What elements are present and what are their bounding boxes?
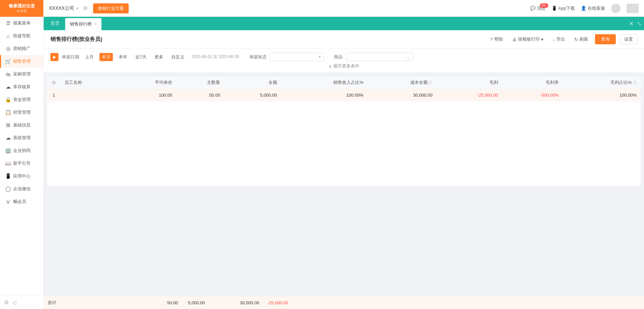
sidebar-item-label: 资金管理 (13, 97, 31, 103)
company-selector[interactable]: XXXXX公司 ▾ (49, 5, 78, 11)
service-icon: 👤 (581, 6, 586, 11)
sidebar-item-quick-nav[interactable]: ⌂ 快捷导航 (0, 30, 43, 42)
topbar-gear-icon[interactable]: ⚙ (83, 5, 88, 11)
tabbar-right: ✕ ⤡ (629, 20, 644, 27)
sidebar-item-purchase[interactable]: 🛍 采购管理 (0, 68, 43, 81)
cell-cost-total: 30,000.00 (368, 89, 436, 101)
cell-gross-rate: -500.00% (502, 89, 563, 101)
query-btn[interactable]: 查询 (595, 34, 616, 44)
col-sales-pct: 销售收入占比% (281, 76, 368, 89)
msg-badge: 99+ (540, 3, 548, 8)
avatar[interactable] (611, 4, 620, 13)
status-select-value (273, 54, 274, 59)
refresh-btn[interactable]: ↻ 刷新 (572, 35, 591, 44)
refresh-label: 刷新 (579, 36, 588, 42)
sidebar-item-label: 基础信息 (13, 122, 31, 128)
sidebar-bottom: ⚙ ◁ (0, 296, 43, 309)
sidebar-item-label: 畅会员 (13, 199, 26, 205)
date-btn-more[interactable]: 更多 (152, 53, 166, 61)
sidebar-item-finance[interactable]: 🔒 资金管理 (0, 93, 43, 106)
sidebar-item-system[interactable]: ☁ 系统管理 (0, 132, 43, 144)
guide-icon: 📖 (5, 160, 11, 166)
sidebar-item-label: 企业微信 (13, 186, 31, 192)
sidebar-item-label: 应用中心 (13, 173, 31, 179)
sidebar-item-wechat[interactable]: ◯ 企业微信 (0, 183, 43, 195)
sidebar-item-sales[interactable]: 🛒 销售管理 (0, 55, 43, 68)
footer-main-qty: 50.00 (155, 300, 182, 305)
status-select[interactable]: ▾ (270, 53, 324, 61)
marketing-icon: ◎ (5, 46, 11, 52)
date-btn-7days[interactable]: 近7天 (133, 53, 149, 61)
cell-employee (60, 89, 118, 101)
cell-index: 1 (47, 89, 60, 101)
finance-icon: 🔒 (5, 97, 11, 103)
export-label: 导出 (556, 36, 565, 42)
user-name-area[interactable] (627, 4, 639, 13)
inventory-icon: ☁ (5, 84, 11, 90)
sidebar-item-inventory[interactable]: ☁ 库存核算 (0, 81, 43, 93)
app-center-icon: 📱 (5, 173, 11, 179)
col-gross-rate: 毛利率 (502, 76, 563, 89)
export-btn[interactable]: ↓ 导出 (550, 35, 568, 44)
sidebar-item-basic-info[interactable]: ⊞ 基础信息 (0, 119, 43, 132)
expand-down-icon: ∨ (329, 64, 332, 69)
table-row: 1 100.00 50.00 5,000.00 100.00% 30,000.0… (47, 89, 641, 101)
col-total: 全额 (224, 76, 281, 89)
logo-title: 畅康通好生意 (9, 3, 35, 9)
setting-btn[interactable]: 设置 (620, 34, 637, 44)
tab-close-window-icon[interactable]: ✕ (629, 20, 634, 27)
status-filter-label: 单据状态 (249, 54, 267, 60)
tab-home[interactable]: 首页 (45, 17, 65, 30)
cell-total: 5,000.00 (224, 89, 281, 101)
sidebar-item-guide[interactable]: 📖 新手引导 (0, 157, 43, 170)
print-btn[interactable]: 🖨 按模板打印 ▾ (510, 35, 546, 44)
basic-info-icon: ⊞ (5, 122, 11, 128)
system-icon: ☁ (5, 135, 11, 141)
sidebar-item-label: 采购管理 (13, 71, 31, 77)
tab-sales-ranking[interactable]: 销售排行榜 × (65, 18, 101, 30)
data-table-wrap: ⚙ 员工名称 平均单价 主数量 全额 销售收入占比% 成本全额 ⓘ 毛利 毛利率 (47, 76, 641, 186)
help-icon: ? (490, 37, 492, 42)
msg-btn[interactable]: 💬 消息 99+ (530, 5, 546, 11)
col-employee: 员工名称 (60, 76, 118, 89)
trial-btn[interactable]: 体验行业方案 (93, 3, 129, 13)
topbar: XXXXX公司 ▾ ⚙ 体验行业方案 💬 消息 99+ 📱 App下载 👤 在线… (44, 0, 644, 17)
logo-subtitle: 标准版 (17, 9, 27, 13)
service-btn[interactable]: 👤 在线客服 (581, 5, 605, 11)
date-btn-this-month[interactable]: 本月 (99, 53, 113, 61)
sidebar-item-search-order[interactable]: ☰ 搜索菜单 (0, 17, 43, 30)
sidebar-item-member[interactable]: V 畅会员 (0, 195, 43, 208)
company-name: XXXXX公司 (49, 5, 74, 11)
col-settings-icon[interactable]: ⚙ (52, 80, 56, 85)
col-main-qty: 主数量 (176, 76, 224, 89)
help-btn[interactable]: ? 帮助 (487, 35, 505, 44)
expand-btn[interactable]: ∨ 展开更多条件 (329, 63, 359, 69)
sidebar-item-app-center[interactable]: 📱 应用中心 (0, 170, 43, 183)
col-avg-price: 平均单价 (118, 76, 176, 89)
print-icon: 🖨 (512, 37, 517, 42)
date-btn-custom[interactable]: 自定义 (169, 53, 187, 61)
app-download-btn[interactable]: 📱 App下载 (552, 5, 575, 11)
expand-label: 展开更多条件 (333, 63, 359, 69)
date-btn-last-month[interactable]: 上月 (83, 53, 96, 61)
filter-area: ▶ 单据日期 上月 本月 本年 近7天 更多 自定义 2023-06-01 至 … (44, 49, 644, 73)
tabbar: 首页 销售排行榜 × ✕ ⤡ (44, 17, 644, 30)
main-area: XXXXX公司 ▾ ⚙ 体验行业方案 💬 消息 99+ 📱 App下载 👤 在线… (44, 0, 644, 309)
col-gross-pct: 毛利占比% ⓘ (563, 76, 641, 89)
sidebar-item-marketing[interactable]: ◎ 营销推广 (0, 42, 43, 55)
col-cost-total: 成本全额 ⓘ (368, 76, 436, 89)
goods-more-icon: ... (406, 54, 410, 59)
date-btn-this-year[interactable]: 本年 (116, 53, 130, 61)
tab-close-icon[interactable]: × (94, 22, 97, 27)
status-dropdown-icon: ▾ (319, 55, 321, 59)
goods-select[interactable]: ... (346, 53, 413, 61)
goods-select-value (349, 54, 350, 59)
sidebar-item-operations[interactable]: 📋 经营管理 (0, 106, 43, 119)
filter-toggle-btn[interactable]: ▶ (50, 53, 58, 61)
tab-expand-icon[interactable]: ⤡ (637, 20, 641, 27)
date-filter-label: 单据日期 (62, 54, 79, 60)
settings-bottom-icon[interactable]: ⚙ (4, 299, 9, 306)
sidebar-item-enterprise[interactable]: 🏢 企业协同 (0, 144, 43, 157)
collapse-sidebar-icon[interactable]: ◁ (12, 299, 16, 306)
search-order-icon: ☰ (5, 20, 11, 26)
